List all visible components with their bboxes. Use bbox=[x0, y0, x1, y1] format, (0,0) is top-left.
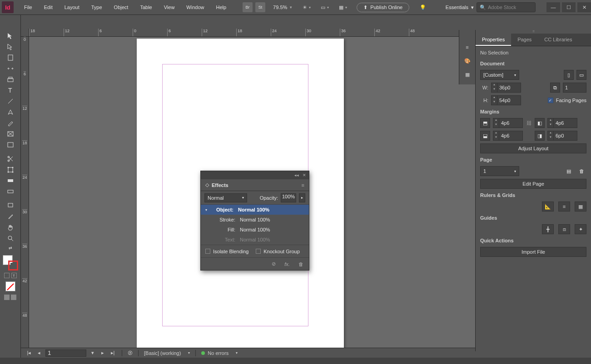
color-panel-icon[interactable]: 🎨 bbox=[463, 56, 472, 65]
import-file-button[interactable]: Import File bbox=[480, 247, 586, 257]
menu-type[interactable]: Type bbox=[85, 2, 108, 13]
minimize-button[interactable]: — bbox=[546, 2, 560, 12]
show-guides-toggle[interactable]: ╋ bbox=[542, 224, 554, 234]
menu-edit[interactable]: Edit bbox=[38, 2, 59, 13]
preflight-dropdown[interactable]: ▾ bbox=[188, 351, 190, 355]
note-tool[interactable] bbox=[3, 200, 18, 211]
page-number-input[interactable] bbox=[45, 349, 86, 357]
first-spread-button[interactable]: |◂ bbox=[25, 350, 33, 356]
opacity-slider-toggle[interactable]: ▸ bbox=[299, 193, 305, 202]
panel-drag-handle[interactable]: ⠿ bbox=[476, 30, 591, 34]
pencil-tool[interactable] bbox=[3, 118, 18, 128]
stock-search-input[interactable]: 🔍 Adobe Stock bbox=[477, 2, 536, 12]
workspace-switcher[interactable]: Essentials ▾ bbox=[446, 5, 474, 10]
eyedropper-tool[interactable] bbox=[3, 211, 18, 221]
preflight-status-text[interactable]: No errors bbox=[208, 350, 228, 356]
zoom-level[interactable]: 79.5% bbox=[273, 5, 287, 10]
effects-target-fill[interactable]: Fill: Normal 100% bbox=[201, 225, 309, 235]
fill-stroke-proxy[interactable] bbox=[3, 255, 18, 271]
margin-left-input[interactable]: ▲▼ bbox=[547, 118, 577, 128]
rectangle-tool[interactable] bbox=[3, 139, 18, 150]
knockout-group-checkbox[interactable]: Knockout Group bbox=[256, 249, 300, 254]
menu-layout[interactable]: Layout bbox=[59, 2, 85, 13]
gradient-swatch-tool[interactable] bbox=[3, 175, 18, 186]
maximize-button[interactable]: ☐ bbox=[562, 2, 576, 12]
menu-object[interactable]: Object bbox=[108, 2, 134, 13]
errors-dropdown[interactable]: ▾ bbox=[236, 351, 238, 355]
snap-guides-toggle[interactable]: ⧈ bbox=[558, 224, 570, 234]
gap-tool[interactable] bbox=[3, 63, 18, 74]
close-panel-icon[interactable]: ✕ bbox=[303, 173, 306, 177]
formatting-text-icon[interactable]: T bbox=[11, 273, 17, 278]
facing-pages-checkbox[interactable]: ✓ bbox=[548, 98, 553, 103]
new-page-icon[interactable]: ▤ bbox=[564, 166, 574, 176]
preflight-profile[interactable]: [Basic] (working) bbox=[144, 350, 181, 356]
zoom-dropdown[interactable]: ▾ bbox=[290, 5, 292, 10]
baseline-grid-toggle[interactable]: ≡ bbox=[558, 202, 570, 212]
last-spread-button[interactable]: ▸| bbox=[109, 350, 116, 356]
menu-table[interactable]: Table bbox=[134, 2, 158, 13]
close-window-button[interactable]: ✕ bbox=[577, 2, 591, 12]
free-transform-tool[interactable] bbox=[3, 164, 18, 175]
page-number-select[interactable]: 1▾ bbox=[480, 166, 519, 176]
direct-selection-tool[interactable] bbox=[3, 41, 18, 52]
opacity-input[interactable]: 100% bbox=[281, 193, 296, 202]
page-preset-select[interactable]: [Custom]▾ bbox=[480, 70, 519, 80]
orientation-landscape[interactable]: ▭ bbox=[576, 70, 586, 80]
normal-view-mode[interactable] bbox=[4, 295, 10, 300]
clear-effects-icon[interactable]: ⊘ bbox=[270, 261, 277, 267]
arrange-icon[interactable]: ▦ bbox=[335, 2, 351, 12]
gradient-feather-tool[interactable] bbox=[3, 186, 18, 197]
margin-top-input[interactable]: ▲▼ bbox=[493, 118, 523, 128]
vertical-ruler[interactable]: 0612182430364248 bbox=[21, 37, 29, 348]
screen-mode-icon[interactable]: ▭ bbox=[317, 2, 333, 12]
tab-properties[interactable]: Properties bbox=[476, 34, 511, 46]
menu-help[interactable]: Help bbox=[210, 2, 232, 13]
effects-target-stroke[interactable]: Stroke: Normal 100% bbox=[201, 215, 309, 225]
collapse-panel-icon[interactable]: ◂◂ bbox=[294, 173, 299, 177]
width-input[interactable]: ▲▼ bbox=[491, 83, 521, 93]
scissors-tool[interactable] bbox=[3, 153, 18, 164]
apply-none[interactable] bbox=[5, 281, 15, 291]
swatches-panel-icon[interactable]: ▦ bbox=[463, 70, 472, 79]
orientation-portrait[interactable]: ▯ bbox=[564, 70, 574, 80]
menu-file[interactable]: File bbox=[18, 2, 38, 13]
blend-mode-select[interactable]: Normal ▾ bbox=[204, 193, 247, 202]
next-spread-button[interactable]: ▸ bbox=[99, 350, 106, 356]
fx-button[interactable]: fx. bbox=[283, 261, 291, 267]
panel-menu-icon[interactable]: ≡ bbox=[302, 182, 304, 188]
delete-page-icon[interactable]: 🗑 bbox=[576, 166, 586, 176]
stroke-proxy[interactable] bbox=[8, 261, 18, 271]
content-collector-tool[interactable] bbox=[3, 74, 18, 84]
link-margins-icon[interactable]: ⛓ bbox=[526, 120, 532, 126]
rectangle-frame-tool[interactable] bbox=[3, 128, 18, 139]
menu-window[interactable]: Window bbox=[180, 2, 210, 13]
page-dropdown[interactable]: ▾ bbox=[89, 350, 96, 356]
menu-view[interactable]: View bbox=[158, 2, 181, 13]
smart-guides-toggle[interactable]: ✦ bbox=[575, 224, 586, 234]
line-tool[interactable] bbox=[3, 96, 18, 106]
delete-effect-icon[interactable]: 🗑 bbox=[297, 261, 304, 267]
selection-tool[interactable] bbox=[3, 30, 18, 41]
swap-fill-stroke[interactable]: ⇄ bbox=[3, 244, 18, 252]
adjust-layout-button[interactable]: Adjust Layout bbox=[480, 143, 586, 153]
prev-spread-button[interactable]: ◂ bbox=[35, 350, 43, 356]
stock-button[interactable]: St bbox=[255, 2, 265, 12]
pen-tool[interactable] bbox=[3, 107, 18, 117]
bridge-button[interactable]: Br bbox=[243, 2, 253, 12]
page-tool[interactable] bbox=[3, 52, 18, 63]
preview-mode[interactable] bbox=[11, 295, 16, 300]
view-options-icon[interactable]: ☀ bbox=[299, 2, 314, 12]
isolate-blending-checkbox[interactable]: Isolate Blending bbox=[205, 249, 248, 254]
document-grid-toggle[interactable]: ▦ bbox=[575, 202, 586, 212]
ruler-origin[interactable] bbox=[21, 29, 29, 37]
tab-pages[interactable]: Pages bbox=[511, 34, 538, 46]
open-icon[interactable]: ⦿ bbox=[128, 350, 133, 356]
edit-page-button[interactable]: Edit Page bbox=[480, 179, 586, 189]
height-input[interactable]: ▲▼ bbox=[491, 95, 521, 105]
effects-panel-header[interactable]: ◂◂ ✕ bbox=[201, 171, 309, 179]
zoom-tool[interactable] bbox=[3, 233, 18, 243]
publish-online-button[interactable]: ⬆ Publish Online bbox=[357, 3, 409, 12]
effects-target-object[interactable]: ▾ Object: Normal 100% bbox=[201, 205, 309, 215]
effects-panel-tab[interactable]: ◇ Effects ≡ bbox=[201, 179, 309, 191]
